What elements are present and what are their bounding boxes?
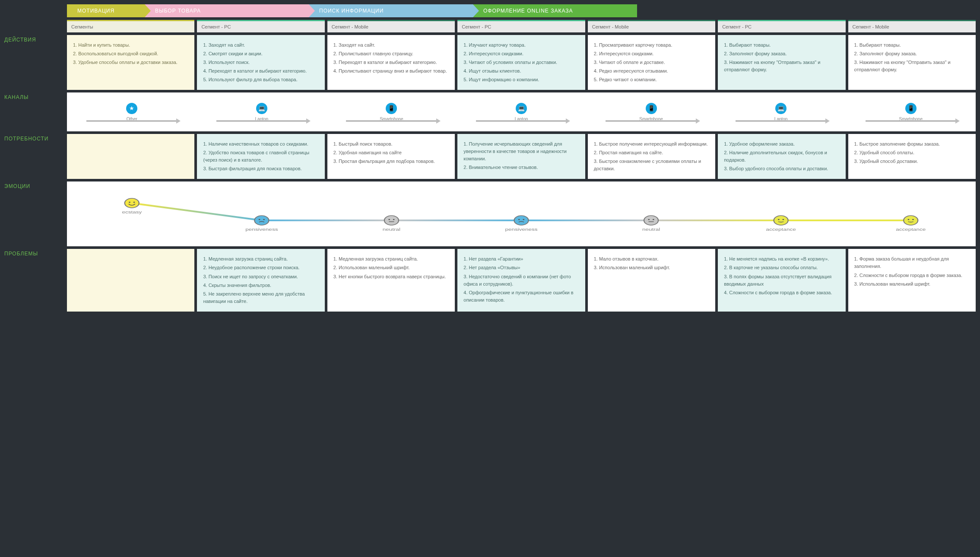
problems-row: 1. Медленная загрузка страниц сайта.2. Н…: [67, 249, 976, 311]
card: 1. Получение исчерпывающих сведений для …: [457, 134, 585, 179]
card-line: 3. Быстрое ознакомление с условиями опла…: [594, 158, 709, 172]
card-line: 4. Редко интересуются отзывами.: [594, 67, 709, 75]
card-line: 1. Найти и купить товары.: [73, 41, 188, 49]
card-line: 1. Медленная загрузка страниц сайта.: [333, 255, 449, 263]
card-line: 2. Интересуются скидками.: [594, 50, 709, 57]
svg-point-6: [129, 202, 130, 203]
svg-point-9: [263, 219, 265, 220]
card-line: 5. Используют фильтр для выбора товара.: [203, 76, 318, 83]
phase-checkout: ОФОРМЛЕНИЕ ONLINE ЗАКАЗА: [473, 4, 637, 17]
card-line: 3. Недостаточно сведений о компании (нет…: [463, 273, 579, 288]
card: 1. Нет раздела «Гарантии»2. Нет раздела …: [457, 249, 585, 311]
row-label-problems: ПРОБЛЕМЫ: [4, 251, 67, 257]
card: 1. Найти и купить товары.2. Воспользоват…: [67, 35, 194, 90]
channel-cell: 📱 Smartphone: [846, 103, 976, 121]
card-line: 3. Простая фильтрация для подбора товаро…: [333, 158, 449, 165]
channel-cell: 📱 Smartphone: [327, 103, 457, 121]
phase-search: ПОИСК ИНФОРМАЦИИ: [309, 4, 473, 17]
card-line: 1. Медленная загрузка страниц сайта.: [203, 255, 318, 263]
card-line: 5. Не закреплено верхнее меню для удобст…: [203, 290, 318, 305]
svg-line-0: [132, 203, 262, 220]
segment-header: Сегменты: [67, 20, 194, 32]
card-line: 2. Удобная навигация на сайте: [333, 149, 449, 156]
card: 1. Мало отзывов в карточках.3. Использов…: [588, 249, 715, 311]
svg-point-18: [908, 219, 910, 220]
card-line: 1. Просматривают карточку товара.: [594, 41, 709, 49]
emotion-face-icon: [514, 216, 528, 225]
emotion-label: neutral: [642, 228, 660, 232]
segment-header: Сегмент - PC: [457, 20, 585, 32]
card: 1. Медленная загрузка страниц сайта.2. И…: [327, 249, 455, 311]
svg-point-19: [912, 219, 914, 220]
card-line: 3. Удобный способ доставки.: [854, 158, 970, 165]
card-line: 4. Пролистывают страницу вниз и выбирают…: [333, 67, 449, 75]
card-line: 2. Удобный способ оплаты.: [854, 149, 970, 156]
laptop-icon: 💻: [516, 103, 527, 114]
laptop-icon: 💻: [256, 103, 267, 114]
card-line: 3. В полях формы заказа отсутствует вали…: [724, 273, 839, 288]
star-icon: ★: [126, 103, 137, 114]
card-line: 1. Заходят на сайт.: [203, 41, 318, 49]
svg-point-7: [133, 202, 135, 203]
card-line: 3. Поиск не ищет по запросу с опечатками…: [203, 273, 318, 280]
card-line: 3. Выбор удобного способа оплаты и доста…: [724, 165, 839, 172]
card-line: 2. Заполняют форму заказа.: [724, 50, 839, 57]
card-line: 1. Получение исчерпывающих сведений для …: [463, 140, 579, 162]
phone-icon: 📱: [386, 103, 397, 114]
svg-point-15: [653, 219, 654, 220]
card-line: 3. Удобные способы оплаты и доставки зак…: [73, 59, 188, 66]
card: 1. Форма заказа большая и неудобная для …: [848, 249, 976, 311]
card-line: 2. Нет раздела «Отзывы»: [463, 264, 579, 271]
laptop-icon: 💻: [775, 103, 787, 114]
emotion-face-icon: [774, 216, 788, 225]
svg-point-12: [518, 219, 520, 220]
channel-cell: ★ Other: [67, 103, 197, 121]
card-line: 1. Мало отзывов в карточках.: [594, 255, 709, 263]
channel-cell: 💻 Laptop: [457, 103, 587, 121]
card: 1. Просматривают карточку товара.2. Инте…: [588, 35, 715, 90]
card-line: 4. Орфографические и пунктуационные ошиб…: [463, 289, 579, 304]
segment-header: Сегмент - PC: [197, 20, 324, 32]
segment-header: Сегмент - Mobile: [327, 20, 455, 32]
card: 1. Заходят на сайт.2. Смотрят скидки и а…: [197, 35, 324, 90]
svg-point-17: [782, 219, 784, 220]
card-line: 3. Нажимают на кнопку "Отправить заказ" …: [854, 59, 970, 73]
emotion-face-icon: [904, 216, 918, 225]
emotion-label: acceptance: [896, 228, 926, 232]
emotions-row: ecstasypensivenessneutralpensivenessneut…: [67, 181, 976, 246]
card: 1. Заходят на сайт.2. Пролистывают главн…: [327, 35, 455, 90]
row-label-emotions: ЭМОЦИИ: [4, 183, 67, 189]
channel-cell: 💻 Laptop: [197, 103, 327, 121]
card-line: 2. Сложности с выбором города в форме за…: [854, 272, 970, 279]
card-line: 2. Воспользоваться выгодной скидкой.: [73, 50, 188, 57]
card-line: 1. Быстрое заполнение формы заказа.: [854, 140, 970, 148]
svg-point-11: [393, 219, 395, 220]
phase-motivation: МОТИВАЦИЯ: [67, 4, 145, 17]
svg-point-13: [523, 219, 524, 220]
row-label-actions: ДЕЙСТВИЯ: [4, 37, 67, 43]
card-line: 2. Внимательное чтение отзывов.: [463, 164, 579, 171]
card-line: 2. Удобство поиска товаров с главной стр…: [203, 149, 318, 164]
card-line: 2. Интересуются скидками.: [463, 50, 579, 57]
card-line: 4. Сложности с выбором города в форме за…: [724, 289, 839, 296]
channel-cell: 💻 Laptop: [716, 103, 846, 121]
card-line: 1. Изучают карточку товара.: [463, 41, 579, 49]
card-line: 1. Не меняется надпись на кнопке «В корз…: [724, 255, 839, 263]
card: 1. Удобное оформление заказа.2. Наличие …: [718, 134, 845, 179]
card-line: 1. Удобное оформление заказа.: [724, 140, 839, 148]
emotion-face-icon: [384, 216, 399, 225]
emotion-face-icon: [125, 198, 139, 208]
segment-header: Сегмент - Mobile: [848, 20, 976, 32]
card-line: 1. Наличие качественных товаров со скидк…: [203, 140, 318, 148]
card-line: 3. Нет кнопки быстрого возврата наверх с…: [333, 273, 449, 280]
card-line: 5. Редко читают о компании.: [594, 76, 709, 83]
card: 1. Медленная загрузка страниц сайта.2. Н…: [197, 249, 324, 311]
card-line: 3. Читают об условиях оплаты и доставки.: [463, 59, 579, 66]
emotion-face-icon: [644, 216, 658, 225]
svg-point-10: [388, 219, 390, 220]
card-line: 2. Пролистывают главную страницу.: [333, 50, 449, 57]
emotion-label: acceptance: [766, 228, 796, 232]
phase-selection: ВЫБОР ТОВАРА: [145, 4, 309, 17]
card-line: 3. Использован маленький шрифт.: [594, 264, 709, 271]
card-line: 5. Ищут информацию о компании.: [463, 76, 579, 83]
